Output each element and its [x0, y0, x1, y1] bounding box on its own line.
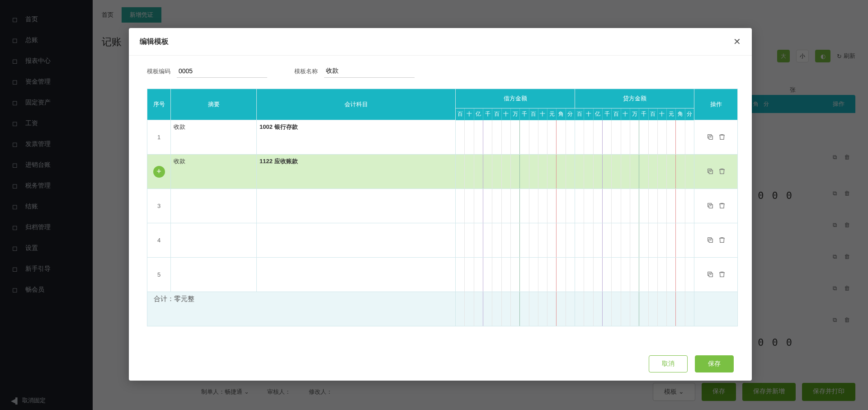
debit-cell[interactable] — [456, 120, 575, 155]
row-index: 3 — [147, 189, 171, 223]
subject-cell[interactable] — [257, 258, 456, 292]
row-index: 5 — [147, 258, 171, 292]
svg-rect-0 — [709, 136, 712, 139]
template-name-input[interactable] — [324, 65, 415, 78]
template-code-label: 模板编码 — [147, 67, 170, 75]
credit-cell[interactable] — [575, 189, 694, 223]
delete-row-icon[interactable] — [718, 133, 726, 141]
credit-cell[interactable] — [575, 155, 694, 189]
th-credit: 贷方金额 — [575, 89, 694, 108]
action-cell — [694, 258, 738, 292]
table-row: 5 — [147, 258, 738, 292]
debit-cell[interactable] — [456, 258, 575, 292]
total-label: 合计：零元整 — [150, 295, 194, 302]
template-name-label: 模板名称 — [294, 67, 318, 75]
subject-cell[interactable]: 1122 应收账款 — [257, 155, 456, 189]
credit-cell[interactable] — [575, 258, 694, 292]
table-row: 1收款1002 银行存款 — [147, 120, 738, 155]
delete-row-icon[interactable] — [718, 236, 726, 244]
save-button[interactable]: 保存 — [695, 355, 734, 372]
credit-cell[interactable] — [575, 223, 694, 258]
copy-row-icon[interactable] — [706, 202, 714, 210]
add-row-button[interactable]: + — [153, 166, 165, 178]
modal-body: 模板编码 模板名称 序号 摘要 会计科目 借方金额 贷方金额 操作 — [129, 56, 752, 347]
delete-row-icon[interactable] — [718, 270, 726, 278]
action-cell — [694, 120, 738, 155]
close-icon[interactable]: ✕ — [733, 36, 741, 47]
action-cell — [694, 223, 738, 258]
summary-cell[interactable]: 收款 — [171, 120, 257, 155]
row-index: 1 — [147, 120, 171, 155]
copy-row-icon[interactable] — [706, 236, 714, 244]
subject-cell[interactable]: 1002 银行存款 — [257, 120, 456, 155]
svg-rect-6 — [709, 204, 712, 208]
action-cell — [694, 189, 738, 223]
credit-cell[interactable] — [575, 120, 694, 155]
debit-cell[interactable] — [456, 223, 575, 258]
summary-cell[interactable]: 收款 — [171, 155, 257, 189]
modal-footer: 取消 保存 — [129, 347, 752, 381]
modal-header: 编辑模板 ✕ — [129, 28, 752, 56]
delete-row-icon[interactable] — [718, 167, 726, 175]
debit-cell[interactable] — [456, 189, 575, 223]
form-row: 模板编码 模板名称 — [147, 65, 734, 78]
action-cell — [694, 155, 738, 189]
th-action: 操作 — [694, 89, 738, 120]
debit-cell[interactable] — [456, 155, 575, 189]
row-index: + — [147, 155, 171, 189]
copy-row-icon[interactable] — [706, 270, 714, 278]
table-row: 3 — [147, 189, 738, 223]
delete-row-icon[interactable] — [718, 202, 726, 210]
summary-cell[interactable] — [171, 258, 257, 292]
th-index: 序号 — [147, 89, 171, 120]
modal-title: 编辑模板 — [140, 37, 169, 47]
table-row: 4 — [147, 223, 738, 258]
summary-cell[interactable] — [171, 223, 257, 258]
th-debit: 借方金额 — [456, 89, 575, 108]
row-index: 4 — [147, 223, 171, 258]
edit-template-modal: 编辑模板 ✕ 模板编码 模板名称 序号 摘要 会计科目 — [129, 28, 752, 381]
subject-cell[interactable] — [257, 189, 456, 223]
th-subject: 会计科目 — [257, 89, 456, 120]
summary-cell[interactable] — [171, 189, 257, 223]
th-summary: 摘要 — [171, 89, 257, 120]
cancel-button[interactable]: 取消 — [649, 355, 688, 372]
template-code-input[interactable] — [177, 65, 267, 78]
template-table: 序号 摘要 会计科目 借方金额 贷方金额 操作 百十亿千百十万千百十元角分 百十… — [147, 89, 738, 326]
svg-rect-3 — [709, 170, 712, 174]
table-row: +收款1122 应收账款 — [147, 155, 738, 189]
copy-row-icon[interactable] — [706, 133, 714, 141]
copy-row-icon[interactable] — [706, 167, 714, 175]
subject-cell[interactable] — [257, 223, 456, 258]
total-row: 合计：零元整 — [147, 292, 738, 326]
